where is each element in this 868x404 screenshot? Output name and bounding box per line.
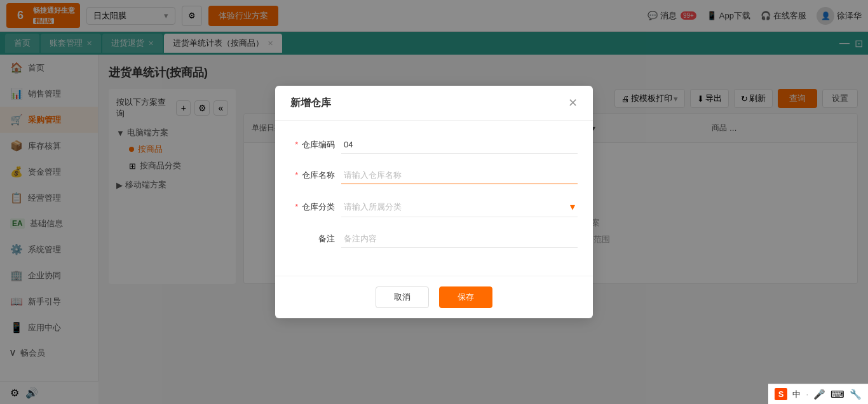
required-star-code: * [295, 140, 298, 149]
modal-header: 新增仓库 ✕ [275, 86, 593, 121]
form-row-category: * 仓库分类 请输入所属分类 ▾ [290, 197, 578, 217]
note-input[interactable] [341, 230, 578, 248]
add-warehouse-modal: 新增仓库 ✕ * 仓库编码 * 仓库名称 [275, 86, 593, 318]
tool-icon[interactable]: 🔧 [850, 389, 862, 400]
status-bar: S 中 · 🎤 ⌨ 🔧 [768, 384, 868, 404]
code-input[interactable] [341, 136, 578, 154]
name-label: * 仓库名称 [290, 170, 335, 181]
code-label: * 仓库编码 [290, 139, 335, 151]
category-label: * 仓库分类 [290, 201, 335, 213]
keyboard-icon[interactable]: ⌨ [831, 389, 844, 400]
cancel-button[interactable]: 取消 [376, 286, 429, 308]
modal-body: * 仓库编码 * 仓库名称 * 仓库分类 请输入 [275, 121, 593, 276]
modal-close-btn[interactable]: ✕ [568, 96, 578, 110]
category-select[interactable]: 请输入所属分类 ▾ [341, 197, 578, 217]
category-placeholder: 请输入所属分类 [344, 201, 402, 213]
form-row-name: * 仓库名称 [290, 166, 578, 184]
name-input[interactable] [341, 166, 578, 184]
mic-icon[interactable]: 🎤 [813, 389, 825, 400]
modal-footer: 取消 保存 [275, 276, 593, 318]
dot-icon: · [806, 389, 808, 399]
form-row-note: 备注 [290, 230, 578, 248]
s-logo-icon: S [775, 388, 788, 400]
category-dropdown-icon: ▾ [570, 201, 575, 213]
save-button[interactable]: 保存 [439, 286, 492, 308]
note-label: 备注 [290, 233, 335, 245]
modal-title: 新增仓库 [290, 97, 331, 110]
form-row-code: * 仓库编码 [290, 136, 578, 154]
cn-input-icon[interactable]: 中 [792, 389, 801, 400]
required-star-name: * [295, 170, 298, 180]
required-star-category: * [295, 202, 298, 212]
modal-overlay: 新增仓库 ✕ * 仓库编码 * 仓库名称 [0, 0, 868, 404]
